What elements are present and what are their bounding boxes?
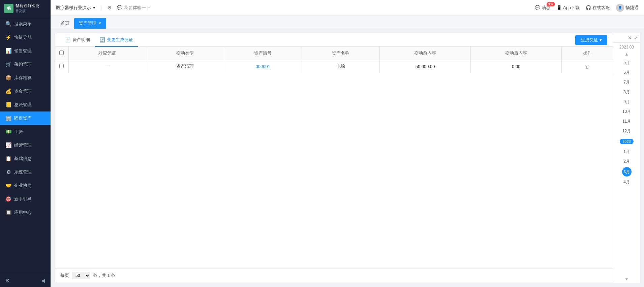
date-month-11[interactable]: 11月 <box>613 117 640 126</box>
date-next-arrow[interactable]: ▼ <box>613 275 640 283</box>
total-label: 条，共 1 条 <box>93 273 115 279</box>
inner-tab-detail[interactable]: 📄 资产明细 <box>60 33 95 47</box>
cell-code[interactable]: 000001 <box>224 60 302 73</box>
service-icon: 🎧 <box>586 5 591 10</box>
sidebar-logo[interactable]: 畅 畅捷通好业财 普及版 <box>0 0 51 17</box>
panel-expand-button[interactable]: ⤢ <box>634 35 638 40</box>
sidebar-item-basic[interactable]: 📋 基础信息 <box>0 152 51 165</box>
tab-bar: 首页 资产管理 ✕ <box>51 15 644 29</box>
sidebar-item-inventory[interactable]: 📦 库存核算 <box>0 71 51 85</box>
logo-icon: 畅 <box>4 4 13 13</box>
sidebar-item-operation[interactable]: 📈 经营管理 <box>0 138 51 152</box>
app-download-icon: 📱 <box>556 5 562 10</box>
collapse-icon[interactable]: ◀ <box>41 278 45 284</box>
header-separator: | <box>101 5 102 10</box>
header-right: 💬 消息 99+ 📱 App下载 🎧 在线客服 👤 畅捷通 <box>535 4 639 12</box>
cell-before: 50,000.00 <box>380 60 471 73</box>
sidebar-item-funds[interactable]: 💰 资金管理 <box>0 85 51 98</box>
app-download-btn[interactable]: 📱 App下载 <box>556 5 580 11</box>
generate-voucher-button[interactable]: 生成凭证 ▾ <box>575 35 607 45</box>
sidebar-item-ledger[interactable]: 📒 总账管理 <box>0 98 51 111</box>
sidebar-item-purchase[interactable]: 🛒 采购管理 <box>0 58 51 71</box>
lightning-icon: ⚡ <box>5 34 11 40</box>
date-panel-header: ✕ ⤢ <box>613 33 640 43</box>
sidebar-item-quicknav[interactable]: ⚡ 快捷导航 <box>0 31 51 44</box>
date-month-1[interactable]: 1月 <box>613 147 640 157</box>
system-icon: ⚙ <box>5 169 11 175</box>
sidebar-item-system[interactable]: ⚙ 系统管理 <box>0 165 51 179</box>
date-month-3-active[interactable]: 3月 <box>622 167 632 177</box>
money-icon: 💰 <box>5 88 11 94</box>
date-month-7[interactable]: 7月 <box>613 77 640 87</box>
data-table-container: 对应凭证 变动类型 资产编号 资产名称 变动前内容 变动后内容 操作 <box>55 47 613 268</box>
sidebar-item-appcenter[interactable]: 🔲 应用中心 <box>0 206 51 219</box>
date-month-9[interactable]: 9月 <box>613 97 640 107</box>
sidebar-item-collab[interactable]: 🤝 企业协同 <box>0 179 51 192</box>
message-btn[interactable]: 💬 消息 99+ <box>535 5 550 11</box>
avatar: 👤 <box>616 4 624 12</box>
experience-icon: 💬 <box>117 5 122 10</box>
collab-icon: 🤝 <box>5 183 11 189</box>
table-footer: 每页 10 20 50 100 条，共 1 条 <box>55 268 613 283</box>
dropdown-icon: ▾ <box>93 5 95 10</box>
date-prev-arrow[interactable]: ▲ <box>613 50 640 58</box>
header-gear-icon[interactable]: ⚙ <box>107 5 112 11</box>
data-table: 对应凭证 变动类型 资产编号 资产名称 变动前内容 变动后内容 操作 <box>55 47 613 73</box>
row-checkbox[interactable] <box>59 64 64 68</box>
info-icon: 📋 <box>5 156 11 162</box>
guide-icon: 🎯 <box>5 196 11 202</box>
building-icon: 🏢 <box>5 115 11 121</box>
sidebar-item-assets[interactable]: 🏢 固定资产 <box>0 111 51 125</box>
chevron-down-icon: ▾ <box>600 37 602 42</box>
sidebar: 畅 畅捷通好业财 普及版 🔍 搜索菜单 ⚡ 快捷导航 📊 销售管理 🛒 采购管理… <box>0 0 51 287</box>
chart-icon: 📊 <box>5 48 11 54</box>
search-icon: 🔍 <box>5 21 11 27</box>
col-before: 变动前内容 <box>380 47 471 60</box>
date-month-5[interactable]: 5月 <box>613 58 640 68</box>
page-content: 📄 资产明细 🔄 变更生成凭证 生成凭证 ▾ <box>55 33 613 283</box>
inner-tab-change[interactable]: 🔄 变更生成凭证 <box>95 33 138 47</box>
col-code: 资产编号 <box>224 47 302 60</box>
sidebar-nav: 🔍 搜索菜单 ⚡ 快捷导航 📊 销售管理 🛒 采购管理 📦 库存核算 💰 资金管… <box>0 17 51 274</box>
date-month-6[interactable]: 6月 <box>613 68 640 77</box>
date-panel: ✕ ⤢ 2023.03 ▲ 5月 6月 7月 8月 9月 10月 11月 12月… <box>613 33 640 283</box>
sidebar-item-salary[interactable]: 💵 工资 <box>0 125 51 138</box>
sidebar-item-sales[interactable]: 📊 销售管理 <box>0 44 51 58</box>
panel-close-button[interactable]: ✕ <box>628 35 632 40</box>
table-row: -- 资产清理 000001 电脑 50,000.00 0.00 🗑 <box>55 60 613 73</box>
logo-text: 畅捷通好业财 普及版 <box>16 3 40 13</box>
date-month-4[interactable]: 4月 <box>613 177 640 187</box>
settings-bottom-icon[interactable]: ⚙ <box>5 278 10 284</box>
date-month-12[interactable]: 12月 <box>613 126 640 136</box>
tab-home[interactable]: 首页 <box>56 18 74 29</box>
tab-close-icon[interactable]: ✕ <box>98 21 101 26</box>
date-month-8[interactable]: 8月 <box>613 87 640 97</box>
service-btn[interactable]: 🎧 在线客服 <box>586 5 610 11</box>
app-header: 医疗器械行业演示 ▾ | ⚙ 💬 我要体验一下 💬 消息 99+ 📱 App下载… <box>51 0 644 15</box>
detail-tab-icon: 📄 <box>65 37 71 42</box>
date-month-10[interactable]: 10月 <box>613 107 640 117</box>
user-btn[interactable]: 👤 畅捷通 <box>616 4 639 12</box>
select-all-checkbox[interactable] <box>59 51 64 55</box>
cell-name: 电脑 <box>302 60 380 73</box>
tab-assets[interactable]: 资产管理 ✕ <box>74 18 106 29</box>
cell-action: 🗑 <box>562 60 613 73</box>
change-tab-icon: 🔄 <box>99 37 105 42</box>
date-month-2[interactable]: 2月 <box>613 157 640 166</box>
cell-voucher: -- <box>68 60 146 73</box>
delete-icon[interactable]: 🗑 <box>585 64 590 69</box>
cart-icon: 🛒 <box>5 61 11 67</box>
col-type: 变动类型 <box>146 47 224 60</box>
col-voucher: 对应凭证 <box>68 47 146 60</box>
app-center-icon: 🔲 <box>5 210 11 216</box>
per-page-select[interactable]: 10 20 50 100 <box>72 272 90 279</box>
col-action: 操作 <box>562 47 613 60</box>
sidebar-item-search[interactable]: 🔍 搜索菜单 <box>0 17 51 31</box>
experience-btn[interactable]: 💬 我要体验一下 <box>117 5 150 11</box>
salary-icon: 💵 <box>5 129 11 135</box>
box-icon: 📦 <box>5 75 11 81</box>
inner-tab-bar: 📄 资产明细 🔄 变更生成凭证 生成凭证 ▾ <box>55 33 613 47</box>
company-selector[interactable]: 医疗器械行业演示 ▾ <box>56 5 95 11</box>
sidebar-item-guide[interactable]: 🎯 新手引导 <box>0 192 51 206</box>
col-checkbox <box>55 47 68 60</box>
